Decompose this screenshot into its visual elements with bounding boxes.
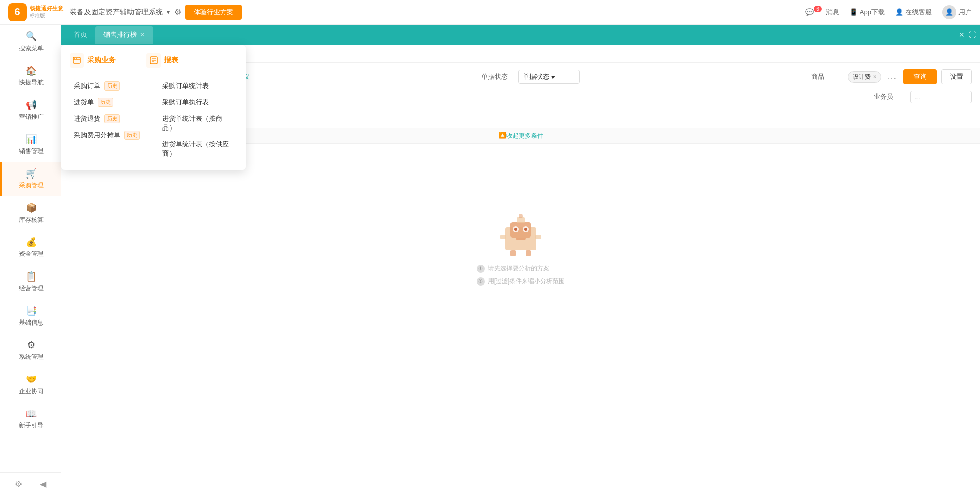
tab-bar: 首页 销售排行榜 ✕ ✕ ⛶: [61, 25, 980, 45]
menu-item-purchase-order[interactable]: 采购订单 历史: [70, 78, 150, 94]
chevron-down-icon: ▾: [551, 73, 555, 81]
tab-close-all-icon[interactable]: ✕: [958, 31, 965, 39]
menu-item-incoming-stats-supplier[interactable]: 进货单统计表（按供应商）: [158, 136, 238, 162]
menu-item-purchase-order-stats[interactable]: 采购订单统计表: [158, 78, 238, 94]
sidebar-item-marketing[interactable]: 📢 营销推广: [0, 93, 61, 127]
sidebar-item-basic-info[interactable]: 📑 基础信息: [0, 299, 61, 333]
purchase-order-stats-label: 采购订单统计表: [162, 81, 209, 91]
goods-tag-close[interactable]: ×: [873, 73, 877, 80]
step1-text: 请先选择要分析的方案: [488, 264, 549, 273]
system-icon: ⚙: [27, 339, 35, 351]
purchase-col: 采购订单 历史 进货单 历史 进货退货 历史 采购费用分摊单 历史: [70, 78, 150, 162]
svg-rect-6: [516, 238, 526, 240]
search-icon: 🔍: [26, 31, 37, 42]
empty-steps: ① 请先选择要分析的方案 ② 用[过滤]条件来缩小分析范围: [477, 264, 565, 286]
sidebar-item-capital[interactable]: 💰 资金管理: [0, 230, 61, 265]
salesperson-select[interactable]: ...: [910, 91, 972, 103]
sidebar-item-system[interactable]: ⚙ 系统管理: [0, 333, 61, 368]
header-right: 💬 6 消息 📱 App下载 👤 在线客服 👤 用户: [805, 5, 972, 19]
menu-columns: 采购订单 历史 进货单 历史 进货退货 历史 采购费用分摊单 历史 采购订单统计…: [70, 78, 238, 162]
sidebar-label-basic-info: 基础信息: [19, 318, 44, 327]
message-icon: 💬: [805, 8, 814, 16]
marketing-icon: 📢: [26, 99, 37, 111]
tab-bar-right: ✕ ⛶: [958, 31, 976, 39]
sidebar-label-marketing: 营销推广: [19, 113, 44, 121]
menu-item-incoming[interactable]: 进货单 历史: [70, 94, 150, 111]
system-dropdown-btn[interactable]: ▾: [167, 9, 170, 16]
menu-item-incoming-stats-goods[interactable]: 进货单统计表（按商品）: [158, 111, 238, 136]
purchase-order-history-badge: 历史: [104, 81, 120, 91]
empty-state: ① 请先选择要分析的方案 ② 用[过滤]条件来缩小分析范围: [61, 144, 980, 349]
sidebar-label-guide: 新手引导: [19, 421, 44, 430]
gear-icon[interactable]: ⚙: [174, 7, 181, 17]
sidebar-item-guide[interactable]: 📖 新手引导: [0, 402, 61, 436]
step2-dot: ②: [477, 277, 485, 286]
sidebar-item-purchase[interactable]: 🛒 采购管理: [0, 162, 61, 196]
goods-tag-text: 设计费: [853, 73, 871, 81]
svg-rect-10: [526, 250, 531, 256]
app-download-btn[interactable]: 📱 App下载: [849, 8, 885, 17]
sales-icon: 📊: [26, 134, 37, 145]
svg-point-15: [74, 58, 75, 59]
capital-icon: 💰: [26, 236, 37, 248]
inventory-icon: 📦: [26, 202, 37, 213]
logo-icon: 6: [8, 3, 27, 21]
tab-expand-icon[interactable]: ⛶: [969, 31, 976, 39]
empty-step-2: ② 用[过滤]条件来缩小分析范围: [477, 277, 565, 286]
user-menu-btn[interactable]: 👤 用户: [942, 5, 972, 19]
sidebar-item-search[interactable]: 🔍 搜索菜单: [0, 25, 61, 59]
industry-btn[interactable]: 体验行业方案: [185, 5, 242, 20]
query-btn[interactable]: 查询: [903, 69, 937, 84]
basicinfo-icon: 📑: [26, 305, 37, 316]
sidebar-item-inventory[interactable]: 📦 库存核算: [0, 196, 61, 230]
sidebar-label-system: 系统管理: [19, 353, 44, 361]
guide-icon: 📖: [26, 408, 37, 419]
sidebar-item-operations[interactable]: 📋 经营管理: [0, 265, 61, 299]
incoming-history-badge: 历史: [98, 98, 113, 107]
phone-icon: 📱: [849, 8, 858, 16]
online-service-btn[interactable]: 👤 在线客服: [895, 8, 932, 17]
incoming-label: 进货单: [74, 98, 94, 107]
purchase-icon: 🛒: [26, 168, 37, 179]
menu-item-purchase-order-exec[interactable]: 采购订单执行表: [158, 94, 238, 111]
sidebar-label-inventory: 库存核算: [19, 216, 44, 224]
svg-point-12: [519, 214, 523, 218]
step1-dot: ①: [477, 265, 485, 273]
system-title-area: 装备及固定资产辅助管理系统 ▾ ⚙ 体验行业方案: [70, 5, 805, 20]
collapse-label: 收起更多条件: [506, 132, 543, 140]
tab-home[interactable]: 首页: [66, 26, 95, 44]
message-label: 消息: [826, 8, 839, 17]
sidebar-bottom: ⚙ ◀: [0, 472, 61, 495]
svg-point-5: [524, 228, 527, 231]
sidebar-item-quick-nav[interactable]: 🏠 快捷导航: [0, 59, 61, 93]
return-goods-label: 进货退货: [74, 114, 100, 123]
goods-tag: 设计费 ×: [848, 71, 881, 83]
setting-btn[interactable]: 设置: [941, 69, 972, 84]
system-title-text: 装备及固定资产辅助管理系统: [70, 8, 163, 17]
collapse-sidebar-btn[interactable]: ◀: [40, 479, 46, 489]
sidebar-item-enterprise[interactable]: 🤝 企业协同: [0, 368, 61, 402]
document-status-select[interactable]: 单据状态 ▾: [518, 70, 580, 84]
operations-icon: 📋: [26, 271, 37, 282]
tab-sales-ranking[interactable]: 销售排行榜 ✕: [95, 26, 153, 44]
logo-area: 6 畅捷通好生意 标准版: [8, 3, 70, 21]
goods-label: 商品: [811, 72, 842, 81]
top-header: 6 畅捷通好生意 标准版 装备及固定资产辅助管理系统 ▾ ⚙ 体验行业方案 💬 …: [0, 0, 980, 25]
sidebar-item-sales[interactable]: 📊 销售管理: [0, 127, 61, 162]
purchase-expense-label: 采购费用分摊单: [74, 131, 120, 140]
tab-close-icon[interactable]: ✕: [140, 31, 145, 38]
menu-item-return-goods[interactable]: 进货退货 历史: [70, 111, 150, 127]
settings-bottom-btn[interactable]: ⚙: [15, 479, 22, 489]
report-col: 采购订单统计表 采购订单执行表 进货单统计表（按商品） 进货单统计表（按供应商）: [158, 78, 238, 162]
svg-point-4: [514, 228, 517, 231]
dropdown-menu-header: 采购业务 报表: [70, 53, 238, 72]
message-badge: 6: [814, 6, 822, 12]
step2-text: 用[过滤]条件来缩小分析范围: [488, 277, 565, 286]
goods-more-dots[interactable]: ...: [887, 72, 897, 81]
empty-illustration: [495, 207, 546, 258]
message-btn[interactable]: 💬 6 消息: [805, 8, 839, 17]
menu-item-purchase-expense[interactable]: 采购费用分摊单 历史: [70, 127, 150, 143]
collapse-up-icon: 🔼: [499, 132, 506, 140]
purchase-order-label: 采购订单: [74, 81, 100, 91]
svg-rect-7: [500, 235, 506, 239]
